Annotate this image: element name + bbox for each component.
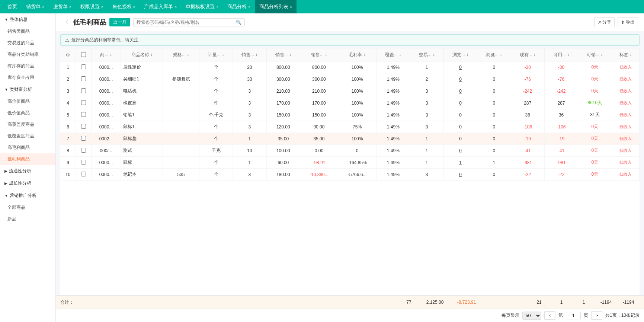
row-browse1[interactable]: 0 bbox=[443, 73, 477, 85]
sidebar-item-low-margin[interactable]: 低毛利商品 bbox=[0, 153, 55, 165]
share-button[interactable]: ↗ 分享 bbox=[594, 17, 615, 27]
sidebar-item-traded-products[interactable]: 交易过的商品 bbox=[0, 37, 55, 49]
nav-template[interactable]: 单据模板设置 × bbox=[181, 0, 223, 13]
col-available[interactable]: 可用... ↕ bbox=[544, 49, 578, 61]
col-browse1[interactable]: 浏览... ↕ bbox=[443, 49, 477, 61]
browse1-link[interactable]: 1 bbox=[459, 160, 462, 165]
sidebar-item-low-coverage[interactable]: 低覆盖度商品 bbox=[0, 130, 55, 142]
row-checkbox[interactable] bbox=[81, 124, 86, 129]
row-checkbox[interactable] bbox=[81, 76, 86, 81]
page-size-select[interactable]: 50 20 100 bbox=[522, 312, 541, 320]
row-checkbox-cell[interactable] bbox=[76, 61, 91, 73]
col-name[interactable]: 商品名称 ↕ bbox=[121, 49, 163, 61]
col-trade[interactable]: 交易... ↕ bbox=[410, 49, 443, 61]
sidebar-section-circulation[interactable]: ▶ 流通性分析 bbox=[0, 165, 55, 177]
row-checkbox-cell[interactable] bbox=[76, 157, 91, 169]
sidebar-section-growth[interactable]: ▶ 成长性分析 bbox=[0, 177, 55, 189]
row-browse1[interactable]: 0 bbox=[443, 121, 477, 133]
col-unit[interactable]: 计量... ↕ bbox=[199, 49, 233, 61]
col-code[interactable]: 商... ↕ bbox=[91, 49, 121, 61]
col-spec[interactable]: 规格... ↕ bbox=[163, 49, 199, 61]
nav-home[interactable]: 首页 bbox=[3, 0, 22, 13]
row-checkbox-cell[interactable] bbox=[76, 109, 91, 121]
sidebar-item-high-coverage[interactable]: 高覆盖度商品 bbox=[0, 119, 55, 130]
browse1-link[interactable]: 0 bbox=[459, 65, 462, 70]
browse1-link[interactable]: 0 bbox=[459, 89, 462, 94]
col-saleable[interactable]: 可销... ↕ bbox=[578, 49, 612, 61]
row-checkbox-cell[interactable] bbox=[76, 169, 91, 181]
col-qty[interactable]: 销售... ↕ bbox=[233, 49, 266, 61]
row-browse1[interactable]: 0 bbox=[443, 145, 477, 157]
col-settings[interactable]: ⚙ bbox=[60, 49, 76, 61]
sidebar-item-category-rate[interactable]: 商品分类助销率 bbox=[0, 49, 55, 60]
browse1-link[interactable]: 0 bbox=[459, 124, 462, 130]
nav-sales-close[interactable]: × bbox=[42, 5, 44, 9]
nav-role-close[interactable]: × bbox=[133, 5, 135, 9]
row-browse1[interactable]: 0 bbox=[443, 85, 477, 97]
row-browse1[interactable]: 1 bbox=[443, 157, 477, 169]
row-checkbox-cell[interactable] bbox=[76, 85, 91, 97]
select-all-checkbox[interactable] bbox=[81, 52, 86, 57]
export-button[interactable]: ⬆ 导出 bbox=[618, 17, 638, 27]
nav-permissions[interactable]: 权限设置 × bbox=[76, 0, 108, 13]
row-browse1[interactable]: 0 bbox=[443, 109, 477, 121]
col-price[interactable]: 销售... ↕ bbox=[266, 49, 300, 61]
row-checkbox[interactable] bbox=[81, 136, 86, 141]
sidebar-section-wealth[interactable]: ▼ 类财富分析 bbox=[0, 83, 55, 96]
sidebar-item-low-value[interactable]: 低价值商品 bbox=[0, 107, 55, 119]
search-icon[interactable]: 🔍 bbox=[236, 20, 241, 25]
nav-analysis-close[interactable]: × bbox=[248, 5, 250, 9]
prev-page-button[interactable]: ＜ bbox=[544, 311, 555, 320]
sidebar-collapse-button[interactable]: 《 bbox=[62, 17, 70, 27]
row-checkbox-cell[interactable] bbox=[76, 97, 91, 109]
row-checkbox[interactable] bbox=[81, 148, 86, 153]
sidebar-item-high-value[interactable]: 高价值商品 bbox=[0, 96, 55, 107]
browse1-link[interactable]: 0 bbox=[459, 172, 462, 177]
sidebar-item-new-products[interactable]: 新品 bbox=[0, 213, 55, 225]
sidebar-item-sales-products[interactable]: 销售类商品 bbox=[0, 26, 55, 37]
nav-template-close[interactable]: × bbox=[216, 5, 218, 9]
browse1-link[interactable]: 0 bbox=[459, 148, 462, 153]
nav-role-auth[interactable]: 角色授权 × bbox=[108, 0, 140, 13]
row-browse1[interactable]: 0 bbox=[443, 133, 477, 145]
browse1-link[interactable]: 0 bbox=[459, 136, 462, 141]
sidebar-item-stock-capital[interactable]: 库存资金占用 bbox=[0, 72, 55, 83]
col-tag[interactable]: 标签 ↕ bbox=[612, 49, 639, 61]
page-number-input[interactable] bbox=[566, 312, 581, 319]
row-checkbox[interactable] bbox=[81, 100, 86, 105]
nav-product-close[interactable]: × bbox=[174, 5, 177, 9]
row-browse1[interactable]: 0 bbox=[443, 61, 477, 73]
row-checkbox-cell[interactable] bbox=[76, 121, 91, 133]
sidebar-section-marketing[interactable]: ▼ 营销推广分析 bbox=[0, 189, 55, 202]
row-checkbox[interactable] bbox=[81, 64, 86, 69]
row-browse1[interactable]: 0 bbox=[443, 169, 477, 181]
col-stock[interactable]: 现有... ↕ bbox=[511, 49, 544, 61]
row-checkbox[interactable] bbox=[81, 160, 86, 165]
sidebar-item-in-stock[interactable]: 有库存的商品 bbox=[0, 60, 55, 72]
row-checkbox[interactable] bbox=[81, 172, 86, 176]
col-sales[interactable]: 销售... ↕ bbox=[300, 49, 338, 61]
row-checkbox-cell[interactable] bbox=[76, 73, 91, 85]
row-checkbox[interactable] bbox=[81, 112, 86, 117]
sidebar-item-all-products[interactable]: 全部商品 bbox=[0, 202, 55, 213]
next-page-button[interactable]: ＞ bbox=[591, 311, 602, 320]
search-input[interactable] bbox=[137, 20, 236, 25]
browse1-link[interactable]: 0 bbox=[459, 101, 462, 106]
nav-sales[interactable]: 销货单 × bbox=[22, 0, 49, 13]
filter-date-button[interactable]: 近一月 bbox=[109, 18, 130, 26]
nav-analysis-list-close[interactable]: × bbox=[290, 5, 292, 9]
sidebar-item-high-margin[interactable]: 高毛利商品 bbox=[0, 142, 55, 153]
nav-purchase[interactable]: 进货单 × bbox=[49, 0, 76, 13]
nav-permissions-close[interactable]: × bbox=[101, 5, 103, 9]
row-browse1[interactable]: 0 bbox=[443, 97, 477, 109]
row-checkbox-cell[interactable] bbox=[76, 133, 91, 145]
row-checkbox[interactable] bbox=[81, 88, 86, 93]
nav-purchase-close[interactable]: × bbox=[69, 5, 71, 9]
nav-product-entry[interactable]: 产成品入库单 × bbox=[140, 0, 181, 13]
col-checkbox[interactable] bbox=[76, 49, 91, 61]
browse1-link[interactable]: 0 bbox=[459, 112, 462, 118]
col-gross[interactable]: 毛利率 ↕ bbox=[338, 49, 377, 61]
nav-product-analysis[interactable]: 商品分析 × bbox=[223, 0, 255, 13]
col-browse2[interactable]: 浏览... ↕ bbox=[477, 49, 511, 61]
col-coverage[interactable]: 覆盖... ↕ bbox=[377, 49, 410, 61]
